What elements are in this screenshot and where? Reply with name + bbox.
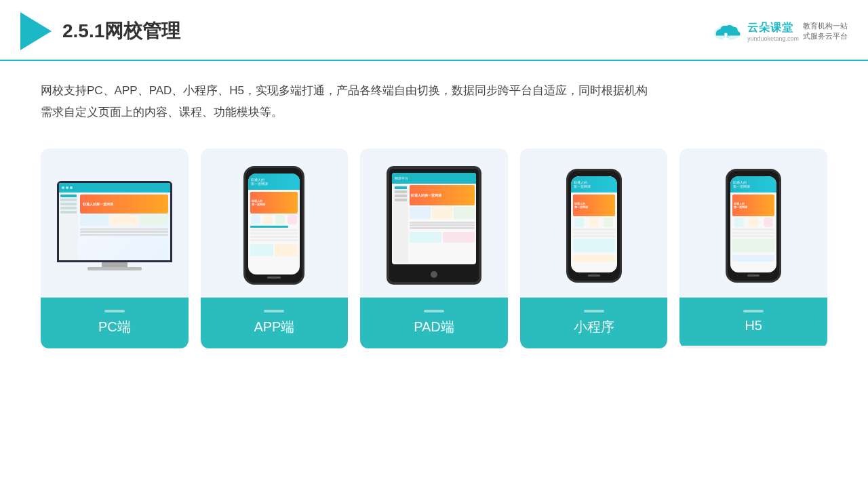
cloud-logo-icon bbox=[711, 19, 743, 43]
platform-cards: 职通人的第一堂网课 bbox=[41, 148, 827, 348]
header-left: 2.5.1网校管理 bbox=[20, 12, 180, 50]
pc-mockup: 职通人的第一堂网课 bbox=[57, 181, 172, 270]
card-pc: 职通人的第一堂网课 bbox=[41, 148, 189, 348]
app-phone-mockup: 职通人的第一堂网课 职通人的第一堂网课 bbox=[243, 166, 304, 285]
page-title: 2.5.1网校管理 bbox=[62, 18, 180, 44]
header-right: 云朵课堂 yunduoketang.com 教育机构一站 式服务云平台 bbox=[711, 19, 848, 43]
card-miniprogram-label: 小程序 bbox=[520, 298, 668, 348]
brand-url: yunduoketang.com bbox=[747, 35, 799, 42]
card-app-label: APP端 bbox=[201, 298, 349, 348]
brand-text: 云朵课堂 yunduoketang.com bbox=[747, 21, 799, 42]
card-pad-image: 网课平台 职通人的第一堂网课 bbox=[360, 148, 508, 298]
card-pc-label: PC端 bbox=[41, 298, 189, 348]
logo-triangle-icon bbox=[20, 12, 52, 50]
pc-screen: 职通人的第一堂网课 bbox=[57, 181, 172, 262]
card-app-image: 职通人的第一堂网课 职通人的第一堂网课 bbox=[201, 148, 349, 298]
description-text: 网校支持PC、APP、PAD、小程序、H5，实现多端打通，产品各终端自由切换，数… bbox=[41, 80, 827, 124]
svg-point-2 bbox=[724, 33, 728, 36]
page-header: 2.5.1网校管理 云朵课堂 yunduoketang.com 教育机构一站 式… bbox=[0, 0, 868, 61]
tablet-mockup: 网课平台 职通人的第一堂网课 bbox=[387, 166, 481, 285]
card-h5-image: 职通人的第一堂网课 职通人的第一堂网课 bbox=[679, 148, 827, 298]
card-app: 职通人的第一堂网课 职通人的第一堂网课 bbox=[201, 148, 349, 348]
card-h5: 职通人的第一堂网课 职通人的第一堂网课 bbox=[679, 148, 827, 348]
brand-slogan: 教育机构一站 式服务云平台 bbox=[803, 21, 848, 42]
brand-name: 云朵课堂 bbox=[747, 21, 793, 35]
miniprogram-phone-mockup: 职通人的第一堂网课 职通人的第一堂网课 bbox=[566, 169, 622, 283]
main-content: 网校支持PC、APP、PAD、小程序、H5，实现多端打通，产品各终端自由切换，数… bbox=[0, 61, 868, 362]
card-pc-image: 职通人的第一堂网课 bbox=[41, 148, 189, 298]
card-h5-label: H5 bbox=[679, 298, 827, 346]
brand-logo: 云朵课堂 yunduoketang.com 教育机构一站 式服务云平台 bbox=[711, 19, 848, 43]
h5-phone-mockup: 职通人的第一堂网课 职通人的第一堂网课 bbox=[726, 169, 781, 283]
card-pad: 网课平台 职通人的第一堂网课 bbox=[360, 148, 508, 348]
card-miniprogram-image: 职通人的第一堂网课 职通人的第一堂网课 bbox=[520, 148, 668, 298]
card-pad-label: PAD端 bbox=[360, 298, 508, 348]
card-miniprogram: 职通人的第一堂网课 职通人的第一堂网课 bbox=[520, 148, 668, 348]
